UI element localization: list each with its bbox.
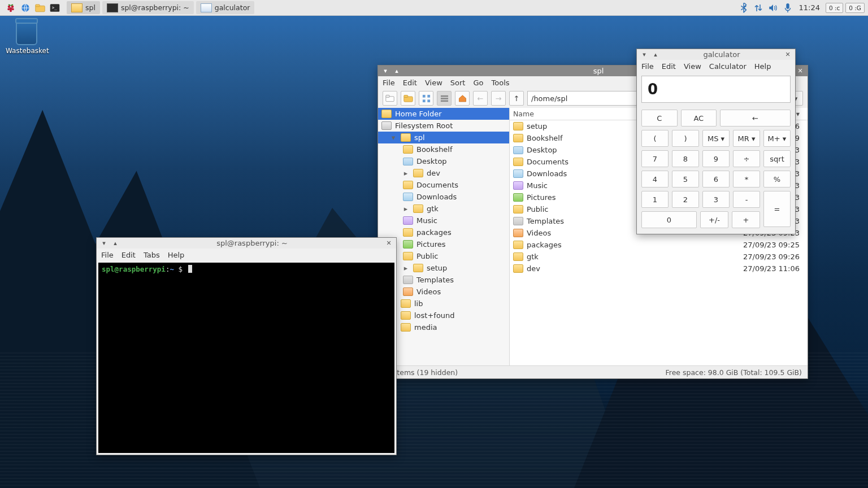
menu-calculator[interactable]: Calculator xyxy=(709,62,747,71)
web-browser-icon[interactable] xyxy=(19,2,32,14)
window-shade-icon[interactable]: ▴ xyxy=(111,239,119,247)
window-menu-icon[interactable]: ▾ xyxy=(381,67,389,75)
icon-view-button[interactable] xyxy=(419,91,433,106)
calc-key-[interactable]: * xyxy=(733,171,760,188)
sidebar-item-downloads[interactable]: Downloads xyxy=(378,191,509,203)
calc-key-9[interactable]: 9 xyxy=(702,150,730,167)
calc-key-sqrt[interactable]: sqrt xyxy=(763,150,791,167)
calc-key-3[interactable]: 3 xyxy=(702,191,730,208)
expander-icon[interactable]: ▸ xyxy=(403,204,409,213)
menu-view[interactable]: View xyxy=(684,62,701,71)
calc-key-[interactable]: ( xyxy=(641,130,669,147)
network-updown-icon[interactable] xyxy=(752,2,765,14)
calc-key-[interactable]: ← xyxy=(720,110,791,127)
calc-key-5[interactable]: 5 xyxy=(672,171,699,188)
nav-up-button[interactable]: ↑ xyxy=(509,91,524,106)
calc-key-1[interactable]: 1 xyxy=(641,191,669,208)
calc-key-[interactable]: + xyxy=(732,211,760,228)
calc-key-m[interactable]: M+ ▾ xyxy=(763,130,791,147)
sidebar-item-music[interactable]: Music xyxy=(378,215,509,226)
file-manager-launcher-icon[interactable] xyxy=(34,2,46,14)
calc-key-[interactable]: % xyxy=(763,171,791,188)
window-shade-icon[interactable]: ▴ xyxy=(652,51,659,59)
nav-back-button[interactable]: ← xyxy=(473,91,488,106)
sidebar-item-spl[interactable]: ▾spl xyxy=(378,132,509,143)
sidebar-item-filesystem-root[interactable]: Filesystem Root xyxy=(378,120,509,132)
calc-key-4[interactable]: 4 xyxy=(641,171,669,188)
calc-key-mr[interactable]: MR ▾ xyxy=(733,130,760,147)
sidebar-item-documents[interactable]: Documents xyxy=(378,179,509,191)
expander-icon[interactable]: ▾ xyxy=(390,133,396,142)
menu-edit[interactable]: Edit xyxy=(121,251,136,259)
calc-key-[interactable]: +/- xyxy=(700,211,728,228)
sidebar-item-media[interactable]: media xyxy=(378,321,509,333)
window-menu-icon[interactable]: ▾ xyxy=(100,239,108,247)
taskbar-entry-terminal[interactable]: spl@raspberrypi: ~ xyxy=(102,1,194,14)
expander-icon[interactable]: ▸ xyxy=(403,169,409,177)
calc-key-0[interactable]: 0 xyxy=(641,211,697,228)
sidebar-item-dev[interactable]: ▸dev xyxy=(378,167,509,179)
new-folder-button[interactable] xyxy=(401,91,415,106)
file-row-gtk[interactable]: gtk27/09/23 09:26 xyxy=(510,251,808,263)
sidebar-item-home-folder[interactable]: Home Folder xyxy=(378,108,509,120)
sidebar-item-templates[interactable]: Templates xyxy=(378,274,509,286)
sidebar-item-desktop[interactable]: Desktop xyxy=(378,155,509,167)
menu-sort[interactable]: Sort xyxy=(450,79,466,87)
bluetooth-icon[interactable] xyxy=(737,2,750,14)
menu-view[interactable]: View xyxy=(425,79,442,87)
sidebar-item-public[interactable]: Public xyxy=(378,250,509,262)
calc-key-ac[interactable]: AC xyxy=(681,110,717,127)
menu-tools[interactable]: Tools xyxy=(492,79,510,87)
tray-button-0[interactable]: 0 :c xyxy=(826,3,843,13)
window-close-icon[interactable]: ✕ xyxy=(796,67,804,75)
calc-key-6[interactable]: 6 xyxy=(702,171,730,188)
calc-key-[interactable]: - xyxy=(733,191,760,208)
menu-file[interactable]: File xyxy=(101,251,114,259)
new-tab-button[interactable] xyxy=(383,91,397,106)
menu-go[interactable]: Go xyxy=(473,79,483,87)
term-titlebar[interactable]: ▾ ▴ spl@raspberrypi: ~ ✕ xyxy=(97,238,396,249)
calc-key-2[interactable]: 2 xyxy=(672,191,699,208)
window-shade-icon[interactable]: ▴ xyxy=(393,67,401,75)
menu-help[interactable]: Help xyxy=(754,62,771,71)
desktop-wastebasket[interactable]: Wastebasket xyxy=(6,20,47,55)
menu-file[interactable]: File xyxy=(641,62,654,71)
window-close-icon[interactable]: ✕ xyxy=(784,51,792,59)
tray-button-1[interactable]: 0 :G xyxy=(845,3,865,13)
list-view-button[interactable] xyxy=(437,91,452,106)
calc-key-7[interactable]: 7 xyxy=(641,150,669,167)
nav-forward-button[interactable]: → xyxy=(491,91,506,106)
menu-file[interactable]: File xyxy=(383,79,395,87)
calc-key-8[interactable]: 8 xyxy=(672,150,699,167)
sidebar-item-bookshelf[interactable]: Bookshelf xyxy=(378,143,509,155)
sidebar-item-lib[interactable]: ▸lib xyxy=(378,298,509,310)
taskbar-entry-file-manager[interactable]: spl xyxy=(67,1,100,14)
menu-edit[interactable]: Edit xyxy=(403,79,417,87)
file-row-dev[interactable]: dev27/09/23 11:06 xyxy=(510,263,808,274)
fm-sidebar[interactable]: Home FolderFilesystem Root▾splBookshelfD… xyxy=(378,108,510,365)
calc-key-c[interactable]: C xyxy=(641,110,678,127)
menu-edit[interactable]: Edit xyxy=(662,62,676,71)
terminal-launcher-icon[interactable]: >_ xyxy=(49,2,61,14)
calc-key-[interactable]: ) xyxy=(672,130,699,147)
terminal-body[interactable]: spl@raspberrypi:~ $ xyxy=(98,263,394,453)
sidebar-item-gtk[interactable]: ▸gtk xyxy=(378,203,509,215)
expander-icon[interactable]: ▸ xyxy=(403,264,409,272)
microphone-icon[interactable] xyxy=(782,2,794,14)
window-close-icon[interactable]: ✕ xyxy=(385,239,393,247)
taskbar-entry-calculator[interactable]: galculator xyxy=(196,1,255,14)
sidebar-item-pictures[interactable]: Pictures xyxy=(378,238,509,250)
menu-tabs[interactable]: Tabs xyxy=(144,251,160,259)
volume-icon[interactable] xyxy=(767,2,779,14)
calc-titlebar[interactable]: ▾ ▴ galculator ✕ xyxy=(637,49,795,60)
raspberry-menu-icon[interactable] xyxy=(5,2,17,14)
window-menu-icon[interactable]: ▾ xyxy=(640,51,648,59)
sidebar-item-videos[interactable]: Videos xyxy=(378,286,509,298)
file-row-packages[interactable]: packages27/09/23 09:25 xyxy=(510,239,808,251)
home-button[interactable] xyxy=(455,91,470,106)
sidebar-item-lost+found[interactable]: lost+found xyxy=(378,310,509,321)
menu-help[interactable]: Help xyxy=(168,251,185,259)
sidebar-item-packages[interactable]: packages xyxy=(378,226,509,238)
calc-key-ms[interactable]: MS ▾ xyxy=(702,130,730,147)
sidebar-item-setup[interactable]: ▸setup xyxy=(378,262,509,274)
